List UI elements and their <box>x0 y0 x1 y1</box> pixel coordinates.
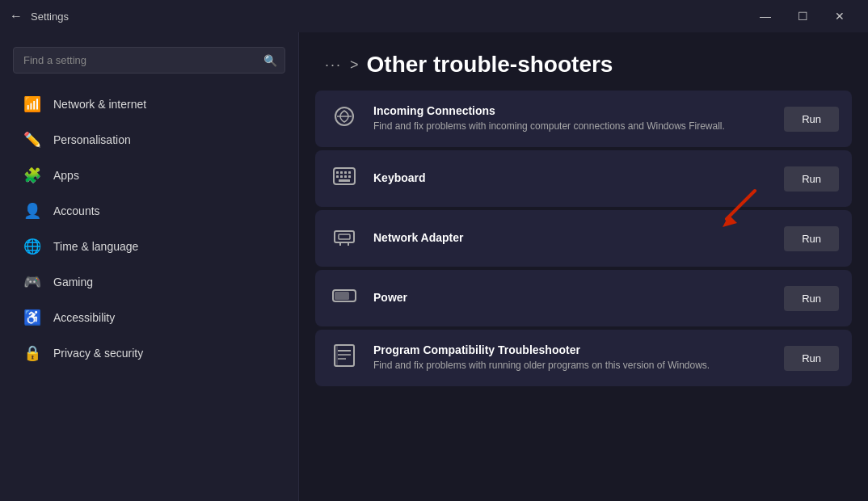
power-info: Power <box>373 291 771 306</box>
breadcrumb-dots: ··· <box>325 57 342 74</box>
keyboard-run-button[interactable]: Run <box>784 166 839 192</box>
search-input[interactable] <box>13 47 285 74</box>
svg-rect-14 <box>335 231 354 242</box>
sidebar-item-gaming[interactable]: 🎮 Gaming <box>6 265 292 299</box>
network-adapter-info: Network Adapter <box>373 231 771 246</box>
sidebar-item-apps[interactable]: 🧩 Apps <box>6 158 292 192</box>
trouble-item-program-compatibility: Program Compatibility Troubleshooter Fin… <box>315 330 852 386</box>
svg-rect-7 <box>344 171 347 174</box>
keyboard-info: Keyboard <box>373 171 771 187</box>
content-wrapper: ··· > Other trouble-shooters Incom <box>299 32 868 386</box>
trouble-item-keyboard: Keyboard Run <box>315 150 852 207</box>
network-adapter-run-button[interactable]: Run <box>784 226 839 251</box>
incoming-connections-run-button[interactable]: Run <box>784 107 839 132</box>
power-name: Power <box>373 291 771 304</box>
sidebar-label-accessibility: Accessibility <box>53 311 115 324</box>
svg-rect-15 <box>339 234 350 239</box>
app-body: 🔍 📶 Network & internet ✏️ Personalisatio… <box>0 32 868 501</box>
keyboard-name: Keyboard <box>373 171 771 184</box>
search-box: 🔍 <box>13 47 285 74</box>
accessibility-icon: ♿ <box>23 309 42 326</box>
sidebar-item-network[interactable]: 📶 Network & internet <box>6 87 292 121</box>
sidebar-label-gaming: Gaming <box>53 276 93 288</box>
svg-rect-13 <box>339 179 350 182</box>
program-compatibility-icon <box>328 344 360 372</box>
titlebar: ← Settings — ☐ ✕ <box>0 0 868 32</box>
svg-rect-6 <box>340 171 343 174</box>
troubleshooter-list: Incoming Connections Find and fix proble… <box>299 91 868 386</box>
sidebar-item-accounts[interactable]: 👤 Accounts <box>6 194 292 228</box>
network-adapter-name: Network Adapter <box>373 231 771 244</box>
sidebar-label-network: Network & internet <box>53 98 146 111</box>
program-compatibility-desc: Find and fix problems with running older… <box>373 359 771 373</box>
network-adapter-icon <box>328 225 360 252</box>
breadcrumb-arrow: > <box>350 57 359 74</box>
power-run-button[interactable]: Run <box>784 286 839 311</box>
svg-rect-12 <box>348 175 351 178</box>
svg-rect-8 <box>348 171 351 174</box>
program-compatibility-name: Program Compatibility Troubleshooter <box>373 343 771 356</box>
incoming-connections-icon <box>328 105 360 133</box>
svg-rect-19 <box>335 292 349 300</box>
trouble-item-incoming-connections: Incoming Connections Find and fix proble… <box>315 91 852 147</box>
svg-rect-10 <box>340 175 343 178</box>
close-button[interactable]: ✕ <box>821 3 858 29</box>
personalisation-icon: ✏️ <box>23 131 42 149</box>
sidebar-label-privacy: Privacy & security <box>53 347 143 360</box>
sidebar-label-apps: Apps <box>53 169 79 182</box>
sidebar-item-privacy[interactable]: 🔒 Privacy & security <box>6 336 292 370</box>
svg-rect-11 <box>344 175 347 178</box>
program-compatibility-run-button[interactable]: Run <box>784 346 839 371</box>
privacy-icon: 🔒 <box>23 344 42 362</box>
apps-icon: 🧩 <box>23 166 42 184</box>
sidebar-label-time: Time & language <box>53 240 138 253</box>
sidebar-label-personalisation: Personalisation <box>53 133 131 146</box>
svg-rect-9 <box>336 175 339 178</box>
incoming-connections-info: Incoming Connections Find and fix proble… <box>373 104 771 133</box>
minimize-button[interactable]: — <box>747 3 784 29</box>
sidebar-item-personalisation[interactable]: ✏️ Personalisation <box>6 123 292 157</box>
sidebar: 🔍 📶 Network & internet ✏️ Personalisatio… <box>0 32 299 501</box>
svg-rect-5 <box>336 171 339 174</box>
sidebar-label-accounts: Accounts <box>53 204 100 217</box>
window-controls: — ☐ ✕ <box>747 3 858 29</box>
back-button[interactable]: ← <box>10 9 23 23</box>
titlebar-title: Settings <box>31 11 69 23</box>
page-title: Other trouble-shooters <box>367 52 613 78</box>
program-compatibility-info: Program Compatibility Troubleshooter Fin… <box>373 343 771 373</box>
search-icon: 🔍 <box>263 54 277 67</box>
network-icon: 📶 <box>23 95 42 113</box>
trouble-item-power: Power Run <box>315 270 852 326</box>
page-header: ··· > Other trouble-shooters <box>299 32 868 91</box>
maximize-button[interactable]: ☐ <box>784 3 821 29</box>
trouble-item-network-adapter: Network Adapter Run <box>315 210 852 267</box>
time-icon: 🌐 <box>23 238 42 255</box>
sidebar-item-time[interactable]: 🌐 Time & language <box>6 229 292 263</box>
accounts-icon: 👤 <box>23 202 42 220</box>
power-icon <box>328 288 360 309</box>
incoming-connections-desc: Find and fix problems with incoming comp… <box>373 120 771 133</box>
svg-rect-25 <box>335 345 338 366</box>
incoming-connections-name: Incoming Connections <box>373 104 771 117</box>
content-area: ··· > Other trouble-shooters Incom <box>299 32 868 501</box>
gaming-icon: 🎮 <box>23 273 42 291</box>
keyboard-icon <box>328 167 360 190</box>
sidebar-item-accessibility[interactable]: ♿ Accessibility <box>6 301 292 335</box>
